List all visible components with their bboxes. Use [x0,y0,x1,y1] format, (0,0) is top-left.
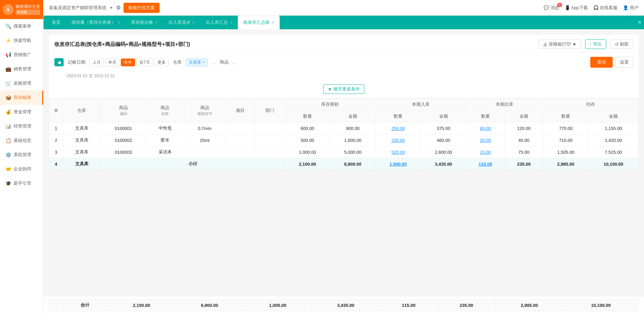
sidebar-item-inventory[interactable]: 📦 库存核算 [0,90,43,105]
row-period-start-amt: 900.00 [330,122,375,134]
row-balance-qty: 710.00 [543,134,588,146]
logo-icon: 6 [3,4,14,15]
sidebar-item-search[interactable]: 🔍 搜索菜单 [0,19,43,33]
expand-more-button[interactable]: ▼ 展开更多条件 [323,84,364,94]
tab-close-icon[interactable]: × [155,20,158,25]
app-download[interactable]: 📱 App下载 [565,5,588,11]
tab-inventory-distribution[interactable]: 现存量（库存分布表） × [66,16,126,29]
sidebar-item-label: 营销推广 [14,52,31,58]
message-count: 6 [557,3,562,7]
date-btn-this-month[interactable]: 本月 [105,59,119,66]
sidebar-item-label: 快捷导航 [14,37,31,44]
name-column-header: 商品名称 [146,99,184,122]
tab-home[interactable]: 首页 [46,16,66,29]
settings-column-header[interactable]: ⚙ [49,99,63,122]
filter-collapse-button[interactable]: ◀ [54,58,64,66]
subtotal-period-start-qty: 2,100.00 [285,158,330,170]
row-balance-amt: 1,420.00 [589,134,639,146]
row-out-qty[interactable]: 15.00 [466,146,505,158]
sidebar-item-basicinfo[interactable]: 📋 基础信息 [0,133,43,148]
user-menu[interactable]: 👤 用户 [623,5,639,11]
row-in-qty[interactable]: 250.00 [376,122,421,134]
date-btn-this-year[interactable]: 本年 [121,59,135,66]
user-icon: 👤 [623,5,628,10]
row-warehouse: 文具库 [63,122,101,134]
subtotal-balance-qty: 2,985.00 [543,158,588,170]
tab-receive-send-summary[interactable]: 收发存汇总表 × [238,16,280,29]
tab-label: 现存量（库存分布表） [71,19,116,26]
refresh-button[interactable]: ↺ 刷新 [610,39,633,49]
tab-close-icon[interactable]: × [230,20,232,25]
date-btn-7days[interactable]: 近7天 [136,59,153,66]
sidebar-item-finance[interactable]: 💰 资金管理 [0,105,43,119]
date-btn-more[interactable]: 更多 [154,59,169,66]
row-in-qty[interactable]: 520.00 [376,146,421,158]
subtotal-out-qty[interactable]: 115.00 [466,158,505,170]
row-spec: 0.7mm [184,122,225,134]
balance-qty-header: 数量 [543,111,588,122]
export-button[interactable]: ↑ 导出 [585,39,607,49]
query-button[interactable]: 查询 [590,57,613,68]
close-all-tabs-button[interactable]: × [638,19,641,26]
row-no: 2 [49,134,63,146]
row-code: 0100003 [101,146,146,158]
tab-bar: 首页 现存量（库存分布表） × 库存批次账 × 出入库流水 × 出入库汇总 × … [44,16,644,29]
print-icon: 🖨 [543,42,547,47]
footer-period-start-qty: 2,100.00 [108,299,176,311]
footer-balance-amt: 10,100.00 [563,299,638,311]
warehouse-more-btn[interactable]: ... [212,60,216,65]
goods-filter-label: 商品 [220,59,229,65]
filter-bar: ◀ 记账日期 上月 本月 本年 近7天 更多 仓库 文具库 × ... [49,53,639,98]
table-row: 1 文具库 0100001 中性笔 0.7mm 600.00 900.00 25… [49,122,639,134]
table-row: 3 文具库 0100003 采访本 1,000.00 5,000.00 520.… [49,146,639,158]
tab-inout-flow[interactable]: 出入库流水 × [163,16,200,29]
tab-close-icon[interactable]: × [272,20,274,25]
subtotal-warehouse: 文具库 [63,158,101,170]
gear-icon: ⚙️ [5,152,11,158]
message-badge[interactable]: 💬 消息 6 [544,5,559,11]
box-icon: 📦 [5,95,11,100]
system-name: 装备及固定资产辅助管理系统 [49,5,106,11]
sidebar-item-quicknav[interactable]: ⚡ 快捷导航 [0,33,43,48]
set-button[interactable]: 设置 [615,57,633,68]
trial-button[interactable]: 体验行业方案 [123,3,160,13]
tab-label: 出入库流水 [168,19,191,26]
data-table-wrapper: ⚙ 仓库 商品编码 商品名称 商品规格型号 项目 部门 库存期初 本期入库 本期… [49,98,639,170]
sidebar-item-guide[interactable]: 🎓 新手引导 [0,176,43,191]
period-start-qty-header: 数量 [285,111,330,122]
row-period-start-amt: 5,000.00 [330,146,375,158]
tab-label: 出入库汇总 [206,19,228,26]
tab-inout-summary[interactable]: 出入库汇总 × [200,16,238,29]
sidebar-item-purchase[interactable]: 🛒 采购管理 [0,76,43,90]
warehouse-tag-close[interactable]: × [202,60,205,65]
tab-batch-account[interactable]: 库存批次账 × [126,16,163,29]
sidebar-item-label: 销售管理 [14,66,31,72]
warehouse-tag-value: 文具库 [189,60,201,65]
online-service[interactable]: 🎧 在线客服 [593,5,618,11]
tab-close-icon[interactable]: × [193,20,195,25]
gear-settings-icon[interactable]: ⚙ [116,4,121,11]
sidebar-item-marketing[interactable]: 📢 营销推广 [0,48,43,62]
subtotal-in-qty[interactable]: 1,000.00 [376,158,421,170]
print-button[interactable]: 🖨 按模板打印 ▼ [539,39,581,49]
topbar-left: 装备及固定资产辅助管理系统 ▼ ⚙ 体验行业方案 [49,3,160,13]
row-balance-amt: 1,155.00 [589,122,639,134]
system-select-icon: ▼ [109,5,113,10]
sidebar-item-management[interactable]: 📊 经营管理 [0,119,43,133]
tab-close-icon[interactable]: × [118,20,120,25]
out-qty-header: 数量 [466,111,505,122]
sidebar-item-system[interactable]: ⚙️ 系统管理 [0,148,43,162]
in-group-header: 本期入库 [376,99,466,111]
date-btn-last-month[interactable]: 上月 [89,59,104,66]
money-icon: 💰 [5,109,11,115]
sidebar-item-sales[interactable]: 💼 销售管理 [0,62,43,76]
subtotal-balance-amt: 10,100.00 [589,158,639,170]
logo-title: 畅捷通好生意 [16,4,40,10]
row-in-qty[interactable]: 230.00 [376,134,421,146]
headset-icon: 🎧 [593,5,599,10]
goods-more-btn[interactable]: ... [233,60,236,65]
row-out-qty[interactable]: 20.00 [466,134,505,146]
sidebar-item-enterprise[interactable]: 🤝 企业协同 [0,162,43,176]
main-area: 装备及固定资产辅助管理系统 ▼ ⚙ 体验行业方案 💬 消息 6 📱 App下载 … [44,0,644,314]
row-out-qty[interactable]: 80.00 [466,122,505,134]
